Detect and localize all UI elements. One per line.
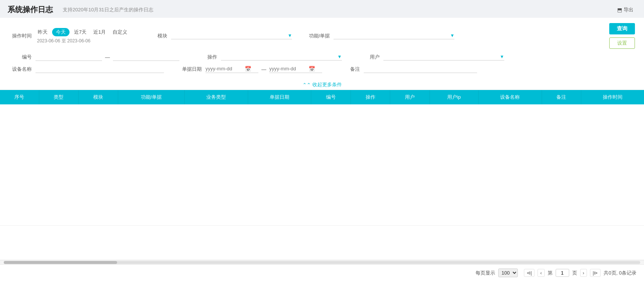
table-container: 序号类型模块功能/单据业务类型单据日期编号操作用户用户ip设备名称备注操作时间 <box>0 90 644 260</box>
remark-input[interactable] <box>364 65 477 73</box>
table-header-cell: 编号 <box>311 90 351 104</box>
scrollbar-track <box>4 261 640 264</box>
collapse-chevron-icon: ⌃⌃ <box>303 82 311 88</box>
total-info: 共0页, 0条记录 <box>604 270 636 276</box>
number-label: 编号 <box>9 54 32 61</box>
remark-label: 备注 <box>337 66 360 73</box>
module-select[interactable]: ▼ <box>171 33 292 39</box>
query-button[interactable]: 查询 <box>609 23 635 34</box>
function-label: 功能/单据 <box>307 33 330 39</box>
page-number-input[interactable] <box>556 269 569 277</box>
time-btn-today[interactable]: 今天 <box>52 28 69 36</box>
time-btn-7days[interactable]: 近7天 <box>72 28 89 36</box>
operation-select-text <box>221 56 335 57</box>
page-size-label: 每页显示 <box>476 270 495 276</box>
horizontal-scrollbar[interactable] <box>0 260 644 264</box>
calendar-from-icon[interactable]: 📅 <box>245 66 251 72</box>
table-header-cell: 用户 <box>390 90 429 104</box>
prev-page-button[interactable]: ‹ <box>537 269 544 277</box>
table-header-cell: 备注 <box>542 90 581 104</box>
number-dash: — <box>105 54 110 60</box>
table-body <box>0 104 644 225</box>
collapse-bar: ⌃⌃ 收起更多条件 <box>0 79 644 90</box>
function-dropdown-icon: ▼ <box>450 33 455 38</box>
action-buttons: 查询 设置 <box>609 23 635 49</box>
doc-date-label: 单据日期 <box>179 66 202 73</box>
scrollbar-thumb[interactable] <box>4 261 117 264</box>
table-header-cell: 操作时间 <box>581 90 644 104</box>
user-select-text <box>383 56 497 57</box>
table-header-cell: 设备名称 <box>478 90 542 104</box>
doc-date-to-wrap: 📅 <box>269 66 322 73</box>
doc-date-from-wrap: 📅 <box>205 66 258 73</box>
last-page-button[interactable]: |⊳ <box>590 269 601 277</box>
doc-date-from-input[interactable] <box>205 66 243 71</box>
settings-button[interactable]: 设置 <box>609 37 635 49</box>
table-header-cell: 模块 <box>79 90 118 104</box>
table-header-cell: 类型 <box>39 90 78 104</box>
data-table: 序号类型模块功能/单据业务类型单据日期编号操作用户用户ip设备名称备注操作时间 <box>0 90 644 226</box>
module-dropdown-icon: ▼ <box>288 33 292 38</box>
table-header-cell: 序号 <box>0 90 39 104</box>
page-subtitle: 支持2020年10月31日之后产生的操作日志 <box>63 6 153 13</box>
table-header-cell: 单据日期 <box>248 90 311 104</box>
first-page-button[interactable]: ⊲| <box>524 269 534 277</box>
table-header: 序号类型模块功能/单据业务类型单据日期编号操作用户用户ip设备名称备注操作时间 <box>0 90 644 104</box>
next-page-button[interactable]: › <box>580 269 587 277</box>
time-label: 操作时间 <box>9 33 32 39</box>
table-header-cell: 功能/单据 <box>118 90 184 104</box>
export-label: 导出 <box>624 6 633 13</box>
table-header-cell: 用户ip <box>429 90 478 104</box>
number-from-input[interactable] <box>36 53 102 61</box>
time-date-range: 2023-06-06 至 2023-06-06 <box>37 38 130 44</box>
doc-date-to-input[interactable] <box>269 66 307 71</box>
page-unit: 页 <box>572 270 577 276</box>
user-select[interactable]: ▼ <box>383 54 504 61</box>
time-btn-custom[interactable]: 自定义 <box>110 28 130 36</box>
table-header-cell: 操作 <box>351 90 390 104</box>
operation-label: 操作 <box>195 54 217 61</box>
user-dropdown-icon: ▼ <box>500 54 504 59</box>
collapse-button[interactable]: ⌃⌃ 收起更多条件 <box>303 81 342 88</box>
time-filter-group: 昨天 今天 近7天 近1月 自定义 2023-06-06 至 2023-06-0… <box>36 28 130 44</box>
page-size-select[interactable]: 100 50 200 <box>498 269 518 277</box>
time-btn-1month[interactable]: 近1月 <box>91 28 108 36</box>
table-header-cell: 业务类型 <box>185 90 248 104</box>
operation-dropdown-icon: ▼ <box>337 54 342 59</box>
page-label: 第 <box>548 270 553 276</box>
module-select-text <box>171 35 285 36</box>
function-select[interactable]: ▼ <box>334 33 454 39</box>
export-button[interactable]: ⬒ 导出 <box>614 5 636 15</box>
user-label: 用户 <box>357 54 380 61</box>
time-btn-yesterday[interactable]: 昨天 <box>36 28 50 36</box>
device-label: 设备名称 <box>9 66 32 73</box>
number-to-input[interactable] <box>113 53 179 61</box>
operation-select[interactable]: ▼ <box>221 54 342 61</box>
calendar-to-icon[interactable]: 📅 <box>309 66 315 72</box>
function-select-text <box>334 35 448 36</box>
page-title: 系统操作日志 <box>8 5 53 15</box>
module-label: 模块 <box>145 33 167 39</box>
pagination-bar: 每页显示 100 50 200 ⊲| ‹ 第 页 › |⊳ 共0页, 0条记录 <box>0 264 644 281</box>
device-input[interactable] <box>36 65 164 73</box>
empty-state <box>0 104 644 225</box>
doc-date-dash: — <box>261 67 266 72</box>
collapse-label: 收起更多条件 <box>312 81 342 88</box>
export-icon: ⬒ <box>617 7 622 13</box>
